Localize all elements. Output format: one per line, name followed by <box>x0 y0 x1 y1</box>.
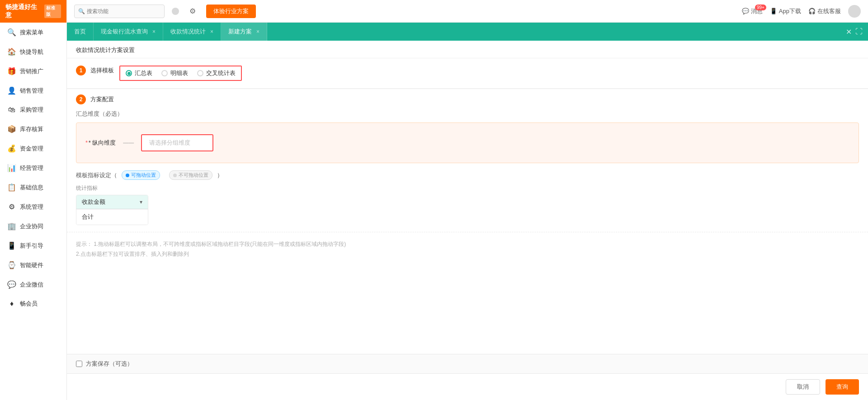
step2-section: 2 方案配置 汇总维度（必选） * * 纵向维度 —— 请选择分组维度 <box>67 89 868 232</box>
metric-dropdown-icon[interactable]: ▾ <box>140 199 142 205</box>
step1-num: 1 <box>76 66 86 75</box>
topbar: 🔍 ⚙ 体验行业方案 💬 消息 99+ 📱 App下载 🎧 在线客服 <box>67 0 868 23</box>
radio-cross-circle <box>197 70 203 76</box>
search-box[interactable]: 🔍 <box>74 5 165 18</box>
sidebar-item-label: 基础信息 <box>20 184 43 192</box>
support-icon: 🎧 <box>808 8 816 14</box>
sidebar-item-label: 畅会员 <box>20 300 38 308</box>
dimension-selector[interactable]: 请选择分组维度 <box>141 134 213 151</box>
step2-header: 2 方案配置 <box>76 94 859 104</box>
online-support-btn[interactable]: 🎧 在线客服 <box>808 7 841 15</box>
tab-close-new-plan[interactable]: × <box>256 28 259 35</box>
metric-table: 收款金额 ▾ 合计 <box>76 195 148 225</box>
basic-info-icon: 📋 <box>7 183 16 192</box>
tab-close-receipt-stats[interactable]: × <box>210 28 213 35</box>
vertical-dim-label: * * 纵向维度 <box>85 139 116 147</box>
search-input[interactable] <box>87 8 159 14</box>
tabbar-actions: ✕ ⛶ <box>840 23 868 41</box>
sidebar-item-system[interactable]: ⚙ 系统管理 <box>0 197 66 216</box>
arrow-icon: —— <box>123 140 134 146</box>
step2-title: 方案配置 <box>90 95 114 104</box>
main-area: 🔍 ⚙ 体验行业方案 💬 消息 99+ 📱 App下载 🎧 在线客服 <box>67 0 868 400</box>
sidebar-item-smart-hw[interactable]: ⌚ 智能硬件 <box>0 255 66 275</box>
tips-section: 提示： 1.拖动标题栏可以调整布局，不可跨维度或指标区域拖动栏目字段(只能在同一… <box>67 232 868 266</box>
maximize-icon[interactable]: ⛶ <box>855 28 863 36</box>
tab-close-bank-flow[interactable]: × <box>152 28 156 35</box>
sidebar-item-purchase[interactable]: 🛍 采购管理 <box>0 100 66 119</box>
non-draggable-indicator: 不可拖动位置 <box>169 170 212 180</box>
sidebar-item-member[interactable]: ♦ 畅会员 <box>0 294 66 313</box>
metric-table-cell: 合计 <box>76 209 148 225</box>
sidebar-item-marketing[interactable]: 🎁 营销推广 <box>0 61 66 81</box>
sidebar-item-finance[interactable]: 💰 资金管理 <box>0 139 66 158</box>
search-menu-icon: 🔍 <box>7 28 16 37</box>
sidebar-item-inventory[interactable]: 📦 库存核算 <box>0 119 66 139</box>
sidebar-item-label: 快捷导航 <box>20 48 43 56</box>
settings-icon[interactable]: ⚙ <box>186 5 199 18</box>
tab-receipt-stats[interactable]: 收款情况统计 × <box>163 23 221 41</box>
sidebar-item-quick-nav[interactable]: 🏠 快捷导航 <box>0 42 66 61</box>
radio-summary-circle <box>126 70 132 76</box>
sales-icon: 👤 <box>7 86 16 95</box>
close-window-icon[interactable]: ✕ <box>846 28 852 36</box>
sidebar-item-operation[interactable]: 📊 经营管理 <box>0 158 66 178</box>
stats-section-label: 统计指标 <box>76 184 859 192</box>
industry-btn[interactable]: 体验行业方案 <box>206 5 256 18</box>
metric-table-header: 收款金额 ▾ <box>76 195 148 209</box>
bottom-bar: 取消 查询 <box>67 373 868 400</box>
notification-btn[interactable]: 💬 消息 99+ <box>742 7 763 15</box>
step1-header: 1 选择模板 <box>76 66 114 75</box>
sidebar-item-label: 营销推广 <box>20 67 43 75</box>
sidebar-item-search-menu[interactable]: 🔍 搜索菜单 <box>0 23 66 42</box>
sidebar-item-label: 库存核算 <box>20 125 43 133</box>
tab-bank-flow[interactable]: 现金银行流水查询 × <box>94 23 163 41</box>
config-panel: 汇总维度（必选） * * 纵向维度 —— 请选择分组维度 <box>76 110 859 226</box>
radio-cross[interactable]: 交叉统计表 <box>197 69 236 77</box>
sidebar-item-sales[interactable]: 👤 销售管理 <box>0 81 66 100</box>
tab-new-plan[interactable]: 新建方案 × <box>221 23 267 41</box>
radio-summary[interactable]: 汇总表 <box>126 69 152 77</box>
app-download-btn[interactable]: 📱 App下载 <box>770 7 801 15</box>
dimension-row: * * 纵向维度 —— 请选择分组维度 <box>85 134 213 151</box>
save-option-footer: 方案保存（可选） <box>67 354 868 373</box>
marketing-icon: 🎁 <box>7 67 16 75</box>
notification-badge: 99+ <box>755 5 766 10</box>
metric-header: 模板指标设定（ 可拖动位置 不可拖动位置 ） <box>76 170 859 180</box>
metric-close-paren: ） <box>217 171 223 179</box>
purchase-icon: 🛍 <box>7 106 16 114</box>
topbar-right: 💬 消息 99+ 📱 App下载 🎧 在线客服 <box>742 5 861 18</box>
operation-icon: 📊 <box>7 164 16 172</box>
user-avatar[interactable] <box>848 5 861 18</box>
dimension-label: 汇总维度（必选） <box>76 110 859 118</box>
sidebar-item-basic-info[interactable]: 📋 基础信息 <box>0 178 66 197</box>
metric-settings-label: 模板指标设定（ <box>76 171 117 179</box>
sidebar-item-wechat[interactable]: 💬 企业微信 <box>0 275 66 294</box>
home-icon: 🏠 <box>7 47 16 56</box>
page-content: 收款情况统计方案设置 1 选择模板 汇总表 <box>67 41 868 400</box>
sidebar-item-label: 新手引导 <box>20 242 43 250</box>
sidebar: 畅捷通好生意 标准版 🔍 搜索菜单 🏠 快捷导航 🎁 营销推广 👤 销售管理 🛍… <box>0 0 67 400</box>
content-area: 收款情况统计方案设置 1 选择模板 汇总表 <box>67 41 868 354</box>
draggable-indicator: 可拖动位置 <box>122 170 160 180</box>
guide-icon: 📱 <box>7 241 16 250</box>
tab-home[interactable]: 首页 <box>67 23 94 41</box>
message-icon: 💬 <box>742 8 749 14</box>
step1-content: 1 选择模板 汇总表 明细表 <box>76 66 859 81</box>
cancel-button[interactable]: 取消 <box>786 379 820 395</box>
save-plan-checkbox[interactable] <box>76 361 82 367</box>
sidebar-item-enterprise[interactable]: 🏢 企业协同 <box>0 216 66 236</box>
sidebar-item-label: 销售管理 <box>20 87 43 95</box>
wechat-icon: 💬 <box>7 280 16 289</box>
template-radio-group: 汇总表 明细表 交叉统计表 <box>119 66 242 81</box>
sidebar-item-label: 搜索菜单 <box>20 28 43 37</box>
sidebar-item-guide[interactable]: 📱 新手引导 <box>0 236 66 255</box>
query-button[interactable]: 查询 <box>826 379 859 395</box>
sidebar-item-label: 智能硬件 <box>20 261 43 269</box>
sidebar-item-label: 资金管理 <box>20 145 43 153</box>
radio-detail[interactable]: 明细表 <box>161 69 188 77</box>
download-icon: 📱 <box>770 8 777 14</box>
app-logo: 畅捷通好生意 标准版 <box>0 0 66 23</box>
search-icon: 🔍 <box>78 8 85 14</box>
enterprise-icon: 🏢 <box>7 222 16 231</box>
member-icon: ♦ <box>7 300 16 308</box>
